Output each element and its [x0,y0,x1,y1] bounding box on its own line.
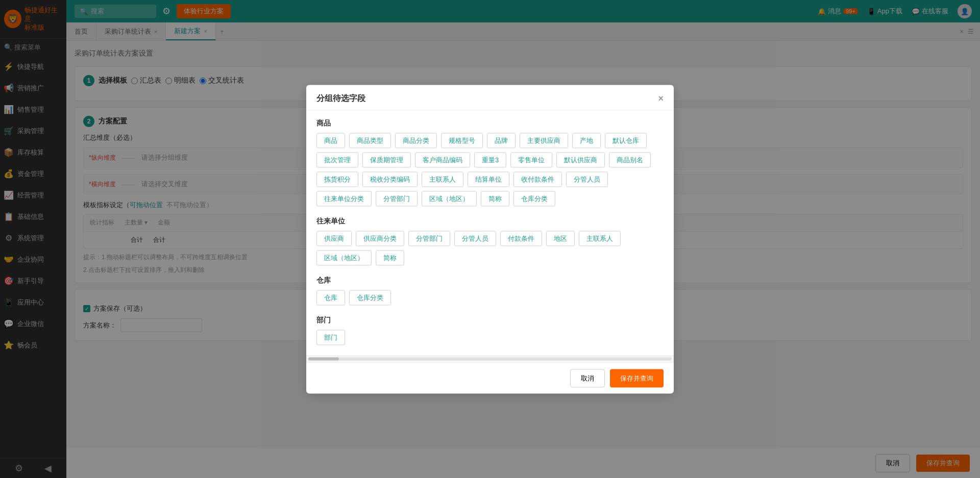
chip-商品分类[interactable]: 商品分类 [395,133,437,148]
chip-地区[interactable]: 地区 [546,231,575,246]
group-warehouse-chips: 仓库 仓库分类 [316,290,664,305]
chip-warehouse-仓库分类[interactable]: 仓库分类 [349,290,391,305]
chip-默认供应商[interactable]: 默认供应商 [556,152,605,167]
chip-主联系人[interactable]: 主联系人 [422,171,463,187]
chip-供应商分类[interactable]: 供应商分类 [356,231,404,246]
chip-供应商[interactable]: 供应商 [316,231,352,246]
chip-结算单位[interactable]: 结算单位 [468,171,509,187]
chip-仓库分类[interactable]: 仓库分类 [513,191,555,206]
chip-重量3[interactable]: 重量3 [474,152,506,167]
chip-仓库[interactable]: 仓库 [316,290,345,305]
modal-cancel-btn[interactable]: 取消 [570,369,605,387]
modal-body[interactable]: 商品 商品 商品类型 商品分类 规格型号 品牌 主要供应商 产地 默认仓库 批次… [306,110,674,355]
chip-partner-分管人员[interactable]: 分管人员 [454,231,496,246]
hscroll-thumb[interactable] [308,358,339,361]
chip-商品别名[interactable]: 商品别名 [609,152,651,167]
chip-品牌[interactable]: 品牌 [487,133,516,148]
group-department-title: 部门 [316,315,664,324]
group-partner-title: 往来单位 [316,216,664,225]
field-group-warehouse: 仓库 仓库 仓库分类 [316,275,664,305]
group-product-chips: 商品 商品类型 商品分类 规格型号 品牌 主要供应商 产地 默认仓库 批次管理 … [316,133,664,206]
chip-批次管理[interactable]: 批次管理 [316,152,358,167]
chip-往来单位分类[interactable]: 往来单位分类 [316,191,372,206]
chip-保质期管理[interactable]: 保质期管理 [362,152,411,167]
chip-主要供应商[interactable]: 主要供应商 [520,133,568,148]
chip-部门[interactable]: 部门 [316,330,345,345]
group-partner-chips: 供应商 供应商分类 分管部门 分管人员 付款条件 地区 主联系人 区域（地区） … [316,231,664,265]
chip-付款条件[interactable]: 付款条件 [500,231,542,246]
chip-商品[interactable]: 商品 [316,133,345,148]
chip-拣货积分[interactable]: 拣货积分 [316,171,358,187]
field-group-product: 商品 商品 商品类型 商品分类 规格型号 品牌 主要供应商 产地 默认仓库 批次… [316,118,664,206]
chip-零售单位[interactable]: 零售单位 [510,152,552,167]
chip-收付款条件[interactable]: 收付款条件 [513,171,562,187]
chip-partner-区域地区[interactable]: 区域（地区） [316,250,372,265]
chip-税收分类编码[interactable]: 税收分类编码 [362,171,418,187]
group-department-chips: 部门 [316,330,664,345]
chip-简称[interactable]: 简称 [481,191,509,206]
chip-partner-简称[interactable]: 简称 [376,250,404,265]
group-warehouse-title: 仓库 [316,275,664,285]
chip-partner-分管部门[interactable]: 分管部门 [408,231,450,246]
chip-分管部门[interactable]: 分管部门 [376,191,418,206]
chip-区域地区[interactable]: 区域（地区） [422,191,477,206]
modal: 分组待选字段 × 商品 商品 商品类型 商品分类 规格型号 品牌 主要供应商 产… [306,85,674,393]
chip-partner-主联系人[interactable]: 主联系人 [579,231,621,246]
chip-客户商品编码[interactable]: 客户商品编码 [415,152,470,167]
modal-header: 分组待选字段 × [306,85,674,110]
modal-hscroll[interactable] [306,355,674,362]
modal-close-btn[interactable]: × [658,93,664,104]
chip-产地[interactable]: 产地 [572,133,601,148]
field-group-partner: 往来单位 供应商 供应商分类 分管部门 分管人员 付款条件 地区 主联系人 区域… [316,216,664,265]
chip-规格型号[interactable]: 规格型号 [441,133,483,148]
modal-title: 分组待选字段 [316,93,365,104]
group-product-title: 商品 [316,118,664,128]
chip-商品类型[interactable]: 商品类型 [349,133,391,148]
field-group-department: 部门 部门 [316,315,664,345]
chip-默认仓库[interactable]: 默认仓库 [605,133,647,148]
modal-footer: 取消 保存并查询 [306,362,674,393]
hscroll-track [308,358,672,361]
modal-save-btn[interactable]: 保存并查询 [610,369,664,387]
chip-分管人员[interactable]: 分管人员 [566,171,608,187]
